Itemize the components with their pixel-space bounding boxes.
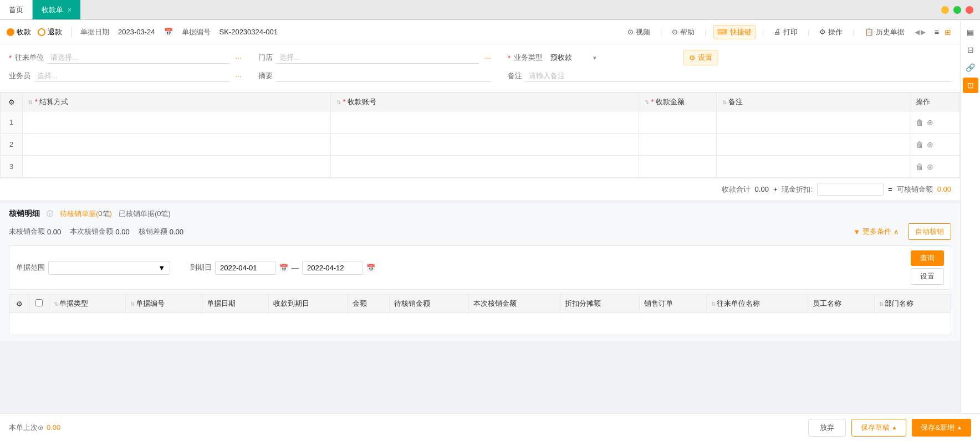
copy-icon-3[interactable]: ⊕ <box>927 162 933 171</box>
tab-home[interactable]: 首页 <box>0 0 33 19</box>
calendar-to-icon[interactable]: 📅 <box>366 264 375 272</box>
cell-settlement-1[interactable] <box>23 111 331 134</box>
layout-grid-icon[interactable]: ⊞ <box>942 27 953 38</box>
cell-remark-3[interactable] <box>716 156 910 178</box>
equals-sign: = <box>888 185 892 193</box>
cell-amount-2[interactable] <box>639 134 716 156</box>
biz-label: 业务类型 <box>514 53 543 63</box>
counterparty-more-icon[interactable]: ··· <box>235 53 242 62</box>
window-maximize-button[interactable] <box>953 6 961 14</box>
table-row: 1 🗑 ⊕ <box>1 111 960 134</box>
print-button[interactable]: 🖨 打印 <box>770 25 801 39</box>
save-draft-arrow-icon: ▲ <box>892 424 897 430</box>
sidebar-expand-icon[interactable]: ⊡ <box>963 78 978 93</box>
date-to-input[interactable] <box>302 261 363 275</box>
calendar-from-icon[interactable]: 📅 <box>279 264 288 272</box>
cell-settlement-2[interactable] <box>23 134 331 156</box>
cell-account-3[interactable] <box>330 156 639 178</box>
nav-next[interactable]: ▶ <box>921 28 926 36</box>
summary-input[interactable] <box>276 70 491 82</box>
table-settings-icon[interactable]: ⚙ <box>8 98 15 106</box>
radio-shoukuan[interactable]: 收款 <box>7 27 31 37</box>
store-more-icon[interactable]: ··· <box>484 53 491 62</box>
sidebar-table-icon[interactable]: ▤ <box>963 24 978 40</box>
cell-remark-1[interactable] <box>716 111 910 134</box>
more-conditions-btn[interactable]: ▼ 更多条件 ∧ <box>853 227 899 237</box>
tab-bar: 首页 收款单 × <box>0 0 980 20</box>
delete-icon-2[interactable]: 🗑 <box>916 140 923 149</box>
range-field: 单据范围 ▼ <box>16 261 170 275</box>
due-date-field: 到期日 📅 — 📅 <box>190 261 375 275</box>
bottom-empty-row <box>9 313 951 335</box>
th-settlement: ⇅ * 结算方式 <box>23 93 331 111</box>
diff-stat: 核销差额 0.00 <box>139 227 183 237</box>
range-select[interactable]: ▼ <box>48 261 170 275</box>
cell-settlement-3[interactable] <box>23 156 331 178</box>
sidebar-list-icon[interactable]: ⊟ <box>963 42 978 58</box>
th-settings[interactable]: ⚙ <box>1 93 23 111</box>
th-amount: ⇅ * 收款金额 <box>639 93 716 111</box>
abandon-button[interactable]: 放弃 <box>808 419 846 437</box>
footer-value: 0.00 <box>47 423 60 432</box>
bth-settings[interactable]: ⚙ <box>9 295 29 313</box>
help-button[interactable]: ⊙ 帮助 <box>668 25 698 39</box>
discount-input[interactable] <box>817 183 884 196</box>
biz-required: * <box>508 54 511 62</box>
copy-icon-2[interactable]: ⊕ <box>927 140 933 149</box>
history-button[interactable]: 📋 历史单据 <box>861 25 908 39</box>
delete-icon-1[interactable]: 🗑 <box>916 118 923 127</box>
query-button[interactable]: 查询 <box>911 250 944 266</box>
window-controls <box>941 6 980 14</box>
remark-input[interactable] <box>525 70 951 82</box>
calendar-icon[interactable]: 📅 <box>164 28 173 36</box>
done-tab[interactable]: 已核销单据(0笔) <box>119 209 171 219</box>
cell-account-2[interactable] <box>330 134 639 156</box>
auto-writeoff-button[interactable]: 自动核销 <box>908 223 951 240</box>
video-button[interactable]: ⊙ 视频 <box>624 25 654 39</box>
shortcut-button[interactable]: ⌨ 快捷键 <box>713 25 756 39</box>
tab-close-icon[interactable]: × <box>68 6 72 14</box>
nav-prev[interactable]: ◀ <box>915 28 920 36</box>
layout-btns: ≡ ⊞ <box>932 27 953 38</box>
filter-buttons: 查询 设置 <box>911 250 944 285</box>
due-label: 到期日 <box>190 263 212 273</box>
cell-amount-3[interactable] <box>639 156 716 178</box>
remark-field: 备注 <box>508 70 951 82</box>
layout-list-icon[interactable]: ≡ <box>932 27 941 38</box>
sidebar-link-icon[interactable]: 🔗 <box>963 60 978 75</box>
window-close-button[interactable] <box>966 6 973 14</box>
cell-remark-2[interactable] <box>716 134 910 156</box>
range-dropdown-icon: ▼ <box>158 264 165 272</box>
save-draft-button[interactable]: 保存草稿 ▲ <box>851 419 907 437</box>
cell-account-1[interactable] <box>330 111 639 134</box>
radio-tuikuan[interactable]: 退款 <box>38 27 62 37</box>
salesperson-more-icon[interactable]: ··· <box>235 71 242 80</box>
writeoff-info-icon[interactable]: ⓘ <box>47 209 53 219</box>
save-draft-label: 保存草稿 <box>861 423 890 433</box>
bth-date: 单据日期 <box>202 295 268 313</box>
salesperson-input[interactable] <box>34 70 229 82</box>
counterparty-input[interactable] <box>47 52 229 64</box>
settings-button[interactable]: ⚙ 设置 <box>683 50 718 65</box>
cell-action-2: 🗑 ⊕ <box>910 134 960 156</box>
filter-settings-button[interactable]: 设置 <box>911 268 944 285</box>
date-from-input[interactable] <box>215 261 276 275</box>
copy-icon-1[interactable]: ⊕ <box>927 118 933 127</box>
operations-button[interactable]: ⚙ 操作 <box>816 25 846 39</box>
window-minimize-button[interactable] <box>941 6 949 14</box>
radio-shoukuan-dot <box>7 28 14 36</box>
select-all-checkbox[interactable] <box>35 299 43 306</box>
form-row-2: 业务员 ··· 摘要 备注 <box>9 70 951 82</box>
delete-icon-3[interactable]: 🗑 <box>916 162 923 171</box>
radio-tuikuan-label: 退款 <box>48 27 62 37</box>
tab-active[interactable]: 收款单 × <box>33 0 80 19</box>
bottom-table-settings-icon[interactable]: ⚙ <box>16 300 23 308</box>
toolbar: 收款 退款 单据日期 2023-03-24 📅 单据编号 SK-20230324… <box>0 20 960 44</box>
pending-tab[interactable]: 待核销单据(0笔) <box>60 209 112 219</box>
save-new-button[interactable]: 保存&新增 ▲ <box>912 419 971 437</box>
biz-dropdown-icon[interactable]: ▼ <box>592 55 598 61</box>
store-input[interactable] <box>276 52 479 64</box>
counterparty-required: * <box>9 54 12 62</box>
cell-amount-1[interactable] <box>639 111 716 134</box>
salesperson-field: 业务员 ··· <box>9 70 242 82</box>
